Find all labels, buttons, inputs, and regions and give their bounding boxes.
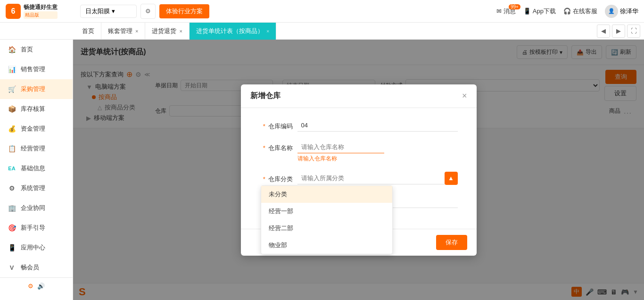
- tab-purchase-stats[interactable]: 进货单统计表（按商品） ×: [190, 23, 276, 40]
- modal-overlay: 新增仓库 × 仓库编码 仓库名称: [73, 40, 644, 300]
- new-warehouse-modal: 新增仓库 × 仓库编码 仓库名称: [241, 84, 477, 256]
- warehouse-code-label: 仓库编码: [260, 119, 293, 131]
- modal-title: 新增仓库: [250, 91, 281, 101]
- item-dept1-label: 经营一部: [269, 208, 293, 215]
- save-button[interactable]: 保存: [436, 235, 467, 250]
- sales-icon: 📊: [8, 65, 16, 74]
- category-input[interactable]: [297, 172, 458, 184]
- dropdown-item-dept2[interactable]: 经营二部: [261, 220, 392, 237]
- dropdown-item-dept1[interactable]: 经营一部: [261, 203, 392, 220]
- inventory-icon: 📦: [8, 105, 16, 113]
- chevron-up-icon: ▲: [448, 175, 454, 182]
- sidebar-item-sales-label: 销售管理: [21, 65, 45, 74]
- form-row-code: 仓库编码: [260, 119, 458, 132]
- username: 徐泽华: [620, 7, 638, 16]
- notification-badge: 99+: [509, 4, 520, 9]
- settings-button[interactable]: ⚙: [140, 4, 156, 19]
- dropdown-item-unclassified[interactable]: 未分类: [261, 186, 392, 203]
- item-dept2-label: 经营二部: [269, 225, 293, 232]
- sidebar-item-home[interactable]: 🏠 首页: [0, 40, 73, 59]
- system-icon: ⚙: [8, 184, 16, 192]
- sidebar-item-purchase[interactable]: 🛒 采购管理: [0, 79, 73, 99]
- sidebar-item-purchase-label: 采购管理: [21, 85, 45, 93]
- sidebar: 🏠 首页 📊 销售管理 🛒 采购管理 📦 库存核算 💰 资金管理 📋 经营管理 …: [0, 40, 73, 300]
- sidebar-item-operations-label: 经营管理: [21, 144, 45, 153]
- tab-home-label: 首页: [82, 27, 94, 35]
- app-center-icon: 📱: [8, 243, 16, 252]
- app-badge: 精品版: [24, 11, 58, 19]
- trial-button[interactable]: 体验行业方案: [159, 4, 209, 18]
- sidebar-item-finance-label: 资金管理: [21, 125, 45, 133]
- category-dropdown: 未分类 经营一部 经营二部 物业部: [261, 185, 393, 254]
- settings-bottom-icon[interactable]: ⚙: [28, 283, 33, 290]
- form-row-name: 仓库名称 请输入仓库名称: [260, 141, 458, 163]
- sidebar-item-corp[interactable]: 🏢 企业协同: [0, 198, 73, 218]
- top-header: 6 畅捷通好生意 精品版 日太阳膜 ▾ ⚙ 体验行业方案 ✉ 消息 99+ 📱 …: [0, 0, 644, 23]
- message-item[interactable]: ✉ 消息 99+: [496, 7, 516, 16]
- user-avatar: 👤: [605, 5, 618, 18]
- sidebar-item-app-center-label: 应用中心: [21, 243, 45, 252]
- sidebar-item-inventory-label: 库存核算: [21, 105, 45, 113]
- message-icon: ✉: [496, 8, 502, 15]
- tab-account[interactable]: 账套管理 ×: [101, 23, 145, 40]
- sidebar-item-member-label: 畅会员: [21, 263, 39, 272]
- sidebar-item-home-label: 首页: [21, 45, 33, 54]
- tab-purchase-return-label: 进货退货: [152, 27, 176, 35]
- warehouse-category-label: 仓库分类: [260, 172, 293, 183]
- sidebar-item-app-center[interactable]: 📱 应用中心: [0, 238, 73, 258]
- sidebar-item-member[interactable]: V 畅会员: [0, 258, 73, 277]
- app-logo-icon: 6: [6, 4, 21, 19]
- volume-icon[interactable]: 🔊: [37, 283, 45, 290]
- sidebar-item-system-label: 系统管理: [21, 184, 45, 192]
- modal-header: 新增仓库 ×: [241, 84, 477, 108]
- sidebar-item-guide-label: 新手引导: [21, 224, 45, 232]
- sidebar-item-sales[interactable]: 📊 销售管理: [0, 59, 73, 79]
- user-info[interactable]: 👤 徐泽华: [605, 5, 638, 18]
- sidebar-item-guide[interactable]: 🎯 新手引导: [0, 218, 73, 238]
- tab-purchase-stats-label: 进货单统计表（按商品）: [196, 27, 264, 35]
- warehouse-name-wrapper: 请输入仓库名称: [297, 141, 458, 163]
- sidebar-item-basics-label: 基础信息: [21, 164, 45, 173]
- app-download-item[interactable]: 📱 App下载: [523, 7, 556, 16]
- tab-left-button[interactable]: ◀: [597, 25, 610, 38]
- warehouse-name-input[interactable]: [297, 141, 384, 153]
- tab-right-button[interactable]: ▶: [612, 25, 625, 38]
- sidebar-item-operations[interactable]: 📋 经营管理: [0, 139, 73, 158]
- headset-icon: 🎧: [563, 8, 571, 15]
- logo-text-block: 畅捷通好生意 精品版: [24, 3, 58, 19]
- corp-icon: 🏢: [8, 204, 16, 212]
- member-icon: V: [8, 263, 16, 272]
- finance-icon: 💰: [8, 125, 16, 133]
- tab-purchase-return-close[interactable]: ×: [179, 28, 182, 34]
- home-icon: 🏠: [8, 45, 16, 54]
- main-layout: 🏠 首页 📊 销售管理 🛒 采购管理 📦 库存核算 💰 资金管理 📋 经营管理 …: [0, 40, 644, 300]
- sidebar-item-system[interactable]: ⚙ 系统管理: [0, 178, 73, 198]
- tab-account-label: 账套管理: [108, 27, 132, 35]
- warehouse-name-error: 请输入仓库名称: [297, 155, 458, 163]
- category-input-wrapper: ▲ 未分类 经营一部 经营二部: [297, 172, 458, 184]
- sidebar-item-basics[interactable]: EA 基础信息: [0, 158, 73, 178]
- modal-close-button[interactable]: ×: [462, 92, 467, 100]
- tab-account-close[interactable]: ×: [135, 28, 138, 34]
- store-selector[interactable]: 日太阳膜 ▾: [80, 5, 137, 18]
- gear-icon: ⚙: [145, 8, 151, 15]
- online-service-item[interactable]: 🎧 在线客服: [563, 7, 597, 16]
- tab-controls: ◀ ▶ ⛶: [597, 25, 644, 38]
- phone-icon: 📱: [523, 8, 531, 15]
- tab-bar: 首页 账套管理 × 进货退货 × 进货单统计表（按商品） × ◀ ▶ ⛶: [0, 23, 644, 40]
- tab-home[interactable]: 首页: [75, 23, 101, 40]
- tab-purchase-stats-close[interactable]: ×: [266, 28, 269, 34]
- modal-body: 仓库编码 仓库名称 请输入仓库名称: [241, 108, 477, 229]
- content-area: 进货单统计(按商品) 🖨 按模板打印 ▾ 📤 导出 🔄 刷新: [73, 40, 644, 300]
- sidebar-item-corp-label: 企业协同: [21, 204, 45, 212]
- tab-purchase-return[interactable]: 进货退货 ×: [145, 23, 189, 40]
- dropdown-item-property[interactable]: 物业部: [261, 237, 392, 254]
- warehouse-code-input[interactable]: [297, 119, 458, 132]
- category-chevron-button[interactable]: ▲: [445, 172, 458, 185]
- basics-icon: EA: [8, 164, 16, 173]
- tab-expand-button[interactable]: ⛶: [627, 25, 640, 38]
- sidebar-item-finance[interactable]: 💰 资金管理: [0, 119, 73, 139]
- purchase-icon: 🛒: [8, 85, 16, 93]
- sidebar-item-inventory[interactable]: 📦 库存核算: [0, 99, 73, 119]
- app-download-label: App下载: [533, 7, 556, 16]
